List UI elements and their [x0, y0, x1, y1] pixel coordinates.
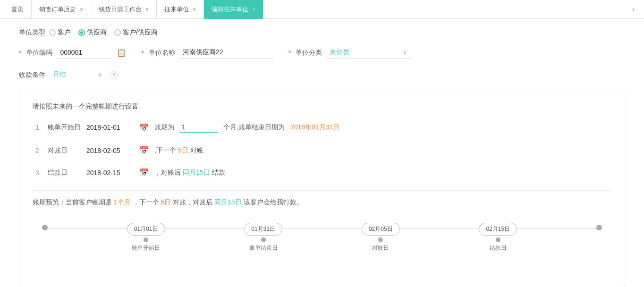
- preview-suffix: 该客户会给我打款。: [244, 198, 303, 206]
- period-desc-prefix: 账期为: [154, 123, 174, 132]
- reconcile-desc: ,下一个5日对账: [154, 146, 203, 155]
- tab-partner[interactable]: 往来单位 ×: [157, 0, 204, 19]
- payment-desc: ，对账后同月15日结款: [154, 169, 225, 177]
- timeline-dot-2: [261, 237, 266, 242]
- payment-terms-value: 月结: [53, 70, 94, 79]
- preview-day-orange: 5日: [161, 198, 171, 206]
- radio-supplier-circle: [78, 29, 85, 36]
- tab-close-cash-work[interactable]: ×: [145, 6, 149, 13]
- period-desc-unit: 个月,账单结束日期为: [223, 123, 285, 132]
- unit-category-field: * 单位分类 未分类 ∨: [288, 46, 411, 59]
- unit-category-arrow-icon: ∨: [403, 49, 407, 56]
- unit-code-required: *: [19, 49, 21, 57]
- row-num-2: 2: [33, 147, 42, 154]
- payment-terms-field: 收款条件 月结 ∨ ?: [19, 68, 118, 81]
- radio-customer-supplier-circle: [114, 29, 121, 36]
- preview-mid2: 对账，对账后: [173, 198, 212, 206]
- timeline-node-3: 02月05日 对账日: [362, 223, 400, 252]
- tab-close-partner[interactable]: ×: [193, 6, 196, 13]
- reconcile-date: 2018-02-05: [86, 147, 134, 154]
- unit-name-field: * 单位名称: [141, 47, 273, 59]
- timeline-label-2: 账单结束日: [249, 244, 278, 252]
- timeline-label-4: 结款日: [490, 244, 507, 252]
- timeline-label-3: 对账日: [372, 244, 389, 252]
- radio-customer-supplier-label: 客户/供应商: [123, 28, 158, 37]
- radio-supplier-label: 供应商: [87, 28, 107, 37]
- unit-type-row: 单位类型 客户 供应商 客户/供应商: [19, 28, 625, 37]
- main-content: 单位类型 客户 供应商 客户/供应商 * 单位编码: [0, 19, 644, 287]
- preview-day-teal: 同月15日: [214, 198, 242, 206]
- timeline-start-dot-circle: [42, 225, 48, 230]
- timeline-label-1: 账单开始日: [132, 244, 160, 252]
- radio-customer[interactable]: 客户: [49, 28, 71, 37]
- unit-name-label: 单位名称: [149, 49, 175, 57]
- timeline-end-dot: [596, 223, 602, 230]
- preview-prefix: 账期预览：当前客户账期是: [33, 198, 112, 206]
- unit-type-label: 单位类型: [19, 28, 45, 37]
- unit-code-label: 单位编码: [26, 49, 52, 57]
- radio-customer-circle: [49, 29, 56, 36]
- timeline-badge-3: 02月05日: [362, 223, 400, 236]
- unit-name-required: *: [141, 49, 144, 57]
- radio-customer-supplier[interactable]: 客户/供应商: [114, 28, 158, 37]
- tab-bar: 首页 销售订单历史 × 钱货日清工作台 × 往来单位 × 编辑往来单位 × ›: [0, 0, 644, 19]
- unit-category-label: 单位分类: [296, 49, 322, 57]
- tab-close-edit-partner[interactable]: ×: [252, 6, 255, 13]
- preview-text: 账期预览：当前客户账期是 1个月 ，下一个 5日 对账，对账后 同月15日 该客…: [33, 198, 611, 207]
- account-end-date-highlight: 2018年01月31日: [290, 123, 339, 132]
- radio-customer-label: 客户: [58, 28, 71, 37]
- setting-row-1: 1 账单开始日 2018-01-01 📅 账期为 个月,账单结束日期为 2018…: [33, 122, 611, 133]
- payment-terms-row: 收款条件 月结 ∨ ?: [19, 68, 625, 81]
- tab-sales-history[interactable]: 销售订单历史 ×: [32, 0, 91, 19]
- payment-terms-label: 收款条件: [19, 71, 45, 79]
- payment-terms-dropdown[interactable]: 月结 ∨: [49, 68, 106, 81]
- timeline-start-dot: [42, 223, 48, 230]
- setting-row-3: 3 结款日 2018-02-15 📅 ，对账后同月15日结款: [33, 168, 611, 177]
- settings-panel: 请按照未来的一个完整帐期进行设置 1 账单开始日 2018-01-01 📅 账期…: [19, 91, 625, 287]
- tab-cash-work[interactable]: 钱货日清工作台 ×: [91, 0, 157, 19]
- account-start-calendar-icon[interactable]: 📅: [139, 123, 149, 132]
- preview-mid1: ，下一个: [133, 198, 159, 206]
- panel-title: 请按照未来的一个完整帐期进行设置: [33, 102, 611, 111]
- payment-day-highlight: 同月15日: [183, 169, 210, 177]
- unit-info-row: * 单位编码 📋 * 单位名称 * 单位分类 未分类 ∨: [19, 46, 625, 59]
- payment-terms-arrow-icon: ∨: [98, 71, 102, 78]
- timeline-dot-4: [496, 237, 500, 242]
- timeline-dot-3: [378, 237, 383, 242]
- timeline-node-1: 01月01日 账单开始日: [127, 223, 165, 252]
- reconcile-label: 对账日: [48, 146, 81, 155]
- row-num-1: 1: [33, 124, 42, 131]
- timeline-dot-1: [144, 237, 148, 242]
- unit-category-value: 未分类: [330, 48, 399, 57]
- reconcile-calendar-icon[interactable]: 📅: [139, 146, 149, 155]
- preview-section: 账期预览：当前客户账期是 1个月 ，下一个 5日 对账，对账后 同月15日 该客…: [33, 190, 611, 276]
- unit-name-input[interactable]: [179, 47, 273, 59]
- payment-date: 2018-02-15: [86, 169, 134, 177]
- timeline-badge-1: 01月01日: [127, 223, 165, 236]
- account-start-date: 2018-01-01: [86, 124, 134, 131]
- timeline-container: 01月01日 账单开始日 01月31日 账单结束日 02月05日: [33, 218, 611, 276]
- period-value-input[interactable]: [180, 122, 218, 133]
- tab-edit-partner[interactable]: 编辑往来单位 ×: [204, 0, 263, 19]
- payment-terms-help-icon[interactable]: ?: [110, 71, 118, 79]
- unit-code-calendar-icon[interactable]: 📋: [117, 48, 126, 57]
- payment-calendar-icon[interactable]: 📅: [139, 168, 149, 177]
- tab-more-button[interactable]: ›: [627, 5, 640, 14]
- tab-close-sales-history[interactable]: ×: [80, 6, 83, 13]
- timeline-end-dot-circle: [596, 225, 602, 230]
- row-num-3: 3: [33, 169, 42, 177]
- unit-category-required: *: [288, 49, 291, 57]
- timeline-badge-2: 01月31日: [244, 223, 282, 236]
- unit-type-radio-group: 客户 供应商 客户/供应商: [49, 28, 158, 37]
- unit-code-input[interactable]: [56, 47, 113, 59]
- preview-period: 1个月: [114, 198, 131, 206]
- payment-label: 结款日: [48, 169, 81, 177]
- unit-code-field: * 单位编码 📋: [19, 47, 126, 59]
- timeline-node-4: 02月15日 结款日: [479, 223, 517, 252]
- tab-home[interactable]: 首页: [4, 0, 32, 19]
- unit-category-dropdown[interactable]: 未分类 ∨: [326, 46, 411, 59]
- setting-row-2: 2 对账日 2018-02-05 📅 ,下一个5日对账: [33, 146, 611, 155]
- timeline-nodes: 01月01日 账单开始日 01月31日 账单结束日 02月05日: [42, 223, 602, 252]
- radio-supplier[interactable]: 供应商: [78, 28, 107, 37]
- unit-type-field: 单位类型 客户 供应商 客户/供应商: [19, 28, 158, 37]
